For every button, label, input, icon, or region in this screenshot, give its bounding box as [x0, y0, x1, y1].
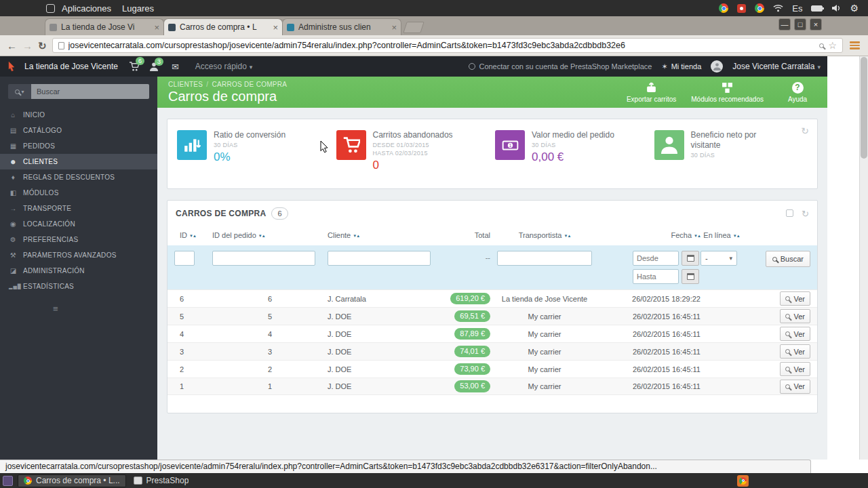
- url-input[interactable]: [68, 41, 816, 50]
- sidebar-search-input[interactable]: [31, 84, 149, 99]
- date-to-calendar-button[interactable]: [682, 269, 699, 284]
- sort-arrows-icon[interactable]: [187, 231, 196, 239]
- session-gear-icon[interactable]: ⚙: [850, 3, 859, 13]
- filter-date-from-input[interactable]: [633, 251, 679, 266]
- view-cart-button[interactable]: Ver: [780, 309, 810, 323]
- view-cart-button[interactable]: Ver: [780, 380, 810, 394]
- sidebar-item-inicio[interactable]: ⌂INICIO: [0, 107, 157, 123]
- recorder-icon[interactable]: [737, 4, 746, 13]
- sidebar-item-localizacion[interactable]: ◉LOCALIZACIÓN: [0, 216, 157, 232]
- user-menu[interactable]: Jose Vicente Carratala: [732, 62, 821, 71]
- avatar[interactable]: [711, 60, 723, 73]
- address-bar[interactable]: ☆: [52, 38, 843, 53]
- view-cart-button[interactable]: Ver: [780, 362, 810, 376]
- menu-lugares[interactable]: Lugares: [122, 3, 154, 14]
- panel-export-icon[interactable]: [786, 209, 793, 217]
- collapse-menu-icon[interactable]: ≡: [53, 304, 157, 314]
- tab-customers[interactable]: Administre sus clien ×: [282, 18, 401, 35]
- filter-carrier-input[interactable]: [497, 251, 592, 266]
- keyboard-layout-indicator[interactable]: Es: [792, 3, 802, 14]
- column-header-order-id[interactable]: ID del pedido: [212, 231, 328, 239]
- refresh-kpi-icon[interactable]: ↻: [801, 126, 809, 136]
- maximize-button[interactable]: □: [794, 18, 806, 30]
- total-badge: 53,00 €: [454, 380, 490, 392]
- sidebar-item-modulos[interactable]: ◧MÓDULOS: [0, 185, 157, 201]
- filter-date-to-input[interactable]: [633, 269, 679, 284]
- workspace-switcher-icon[interactable]: [3, 476, 13, 486]
- breadcrumb-parent[interactable]: CLIENTES: [168, 81, 203, 88]
- chrome-icon: [739, 477, 747, 485]
- sidebar-item-parametros-avanzados[interactable]: ⚒PARÁMETROS AVANZADOS: [0, 247, 157, 263]
- quick-access-menu[interactable]: Acceso rápido: [195, 62, 253, 71]
- column-header-customer[interactable]: Cliente: [328, 231, 443, 239]
- sort-arrows-icon[interactable]: [351, 231, 359, 239]
- search-submit-button[interactable]: Buscar: [766, 251, 810, 267]
- sidebar-search-scope[interactable]: ▾: [8, 84, 31, 99]
- table-row: 3 3 J. DOE 74,01 € My carrier 26/02/2015…: [167, 342, 817, 360]
- bookmark-star-icon[interactable]: ☆: [828, 41, 837, 50]
- panel-refresh-icon[interactable]: ↻: [802, 209, 809, 218]
- browser-menu-button[interactable]: [848, 40, 861, 51]
- sidebar-item-pedidos[interactable]: ▦PEDIDOS: [0, 138, 157, 154]
- sort-arrows-icon[interactable]: [692, 231, 701, 239]
- close-button[interactable]: ×: [810, 18, 822, 30]
- reload-button[interactable]: ↻: [38, 41, 47, 51]
- date-from-calendar-button[interactable]: [682, 251, 699, 266]
- tab-carts-active[interactable]: Carros de compra • L ×: [163, 18, 283, 35]
- column-header-online[interactable]: En línea: [701, 231, 743, 239]
- tab-close-icon[interactable]: ×: [391, 23, 397, 32]
- chrome-launcher-icon[interactable]: [737, 475, 749, 487]
- sidebar-item-clientes[interactable]: ☻CLIENTES: [0, 154, 157, 169]
- view-cart-button[interactable]: Ver: [780, 344, 810, 359]
- sidebar-item-reglas-descuentos[interactable]: ♦REGLAS DE DESCUENTOS: [0, 169, 157, 185]
- taskbar-item-prestashop[interactable]: PrestaShop: [128, 474, 195, 487]
- sidebar-item-preferencias[interactable]: ⚙PREFERENCIAS: [0, 232, 157, 247]
- sidebar-item-estadisticas[interactable]: ▂▅█ESTADÍSTICAS: [0, 279, 157, 294]
- forward-button[interactable]: →: [22, 41, 33, 51]
- shop-name-link[interactable]: La tienda de Jose Vicente: [24, 62, 118, 71]
- sort-arrows-icon[interactable]: [561, 231, 570, 239]
- filter-id-input[interactable]: [174, 251, 195, 266]
- chrome-tray-icon[interactable]: [719, 3, 728, 13]
- column-header-id[interactable]: ID: [174, 231, 212, 239]
- filter-customer-input[interactable]: [328, 251, 431, 266]
- cart-count-badge: 6: [136, 57, 144, 65]
- cell-customer: J. DOE: [328, 312, 443, 321]
- cell-carrier: My carrier: [490, 312, 599, 321]
- column-header-date[interactable]: Fecha: [599, 231, 701, 239]
- customers-notification[interactable]: 3: [150, 62, 158, 71]
- prestashop-logo[interactable]: [7, 61, 18, 72]
- new-tab-button[interactable]: [403, 22, 425, 33]
- tab-close-icon[interactable]: ×: [273, 23, 278, 32]
- scrollbar-thumb[interactable]: [861, 57, 867, 159]
- tab-shop-front[interactable]: La tienda de Jose Vi ×: [45, 18, 164, 35]
- export-carts-button[interactable]: Exportar carritos: [627, 82, 676, 103]
- minimize-button[interactable]: —: [778, 18, 791, 30]
- volume-icon[interactable]: [831, 4, 841, 12]
- help-button[interactable]: Ayuda: [778, 82, 816, 103]
- filter-online-select[interactable]: -: [701, 251, 737, 266]
- menu-aplicaciones[interactable]: Aplicaciones: [62, 3, 111, 14]
- marketplace-link[interactable]: Conectar con su cuenta de PrestaShop Mar…: [469, 62, 652, 70]
- wifi-icon[interactable]: [773, 4, 783, 12]
- back-button[interactable]: ←: [7, 41, 17, 51]
- battery-icon[interactable]: [811, 5, 823, 12]
- carts-notification[interactable]: 6: [129, 62, 139, 71]
- sidebar-item-transporte[interactable]: →TRANSPORTE: [0, 201, 157, 216]
- column-header-carrier[interactable]: Transportista: [490, 231, 599, 239]
- sort-arrows-icon[interactable]: [256, 231, 265, 239]
- vertical-scrollbar[interactable]: [859, 56, 868, 460]
- messages-icon[interactable]: ✉: [172, 62, 179, 72]
- my-shop-link[interactable]: Mi tienda: [661, 62, 701, 71]
- view-cart-button[interactable]: Ver: [780, 291, 810, 306]
- view-cart-button[interactable]: Ver: [780, 327, 810, 341]
- sort-arrows-icon[interactable]: [731, 231, 740, 239]
- recommended-modules-button[interactable]: Módulos recomendados: [691, 82, 764, 103]
- chrome-tray-icon-2[interactable]: [755, 3, 764, 13]
- filter-order-id-input[interactable]: [212, 251, 315, 266]
- sidebar-item-catalogo[interactable]: ▤CATÁLOGO: [0, 123, 157, 138]
- tab-close-icon[interactable]: ×: [154, 23, 159, 32]
- sidebar-item-administracion[interactable]: ◪ADMINISTRACIÓN: [0, 263, 157, 279]
- taskbar-item-browser[interactable]: Carros de compra • L...: [18, 474, 126, 487]
- search-icon[interactable]: [819, 43, 824, 48]
